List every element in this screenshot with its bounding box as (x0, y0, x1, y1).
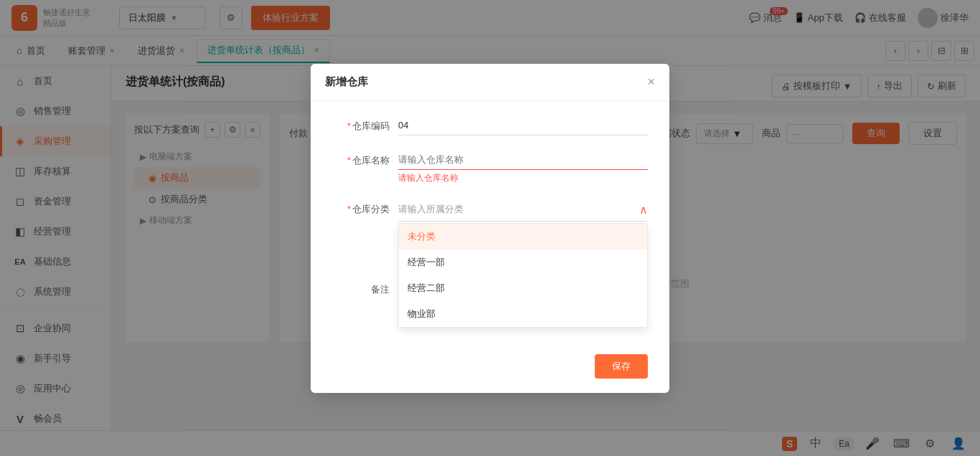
warehouse-name-input[interactable] (398, 150, 648, 170)
modal-footer: 保存 (311, 346, 669, 393)
warehouse-name-error: 请输入仓库名称 (398, 172, 648, 184)
modal-body: *仓库编码 *仓库名称 请输入仓库名称 *仓库分类 (311, 101, 669, 346)
category-option-dept2[interactable]: 经营二部 (399, 275, 647, 301)
category-option-dept3[interactable]: 物业部 (399, 301, 647, 327)
modal-overlay: 新增仓库 × *仓库编码 *仓库名称 请输入仓库名称 (0, 0, 980, 456)
modal-title: 新增仓库 (325, 75, 368, 89)
warehouse-name-label: *仓库名称 (332, 150, 390, 167)
warehouse-name-row: *仓库名称 请输入仓库名称 (332, 150, 648, 184)
warehouse-category-select[interactable]: 请输入所属分类 ∧ (398, 199, 648, 222)
category-chevron-icon: ∧ (639, 203, 648, 217)
modal-header: 新增仓库 × (311, 64, 669, 101)
warehouse-code-input[interactable] (398, 115, 648, 136)
category-dropdown: 未分类 经营一部 经营二部 物业部 (398, 223, 648, 328)
category-option-dept1[interactable]: 经营一部 (399, 250, 647, 275)
notes-label: 备注 (332, 279, 390, 296)
warehouse-code-label: *仓库编码 (332, 115, 390, 133)
save-button[interactable]: 保存 (595, 354, 648, 379)
warehouse-code-control (398, 115, 648, 136)
warehouse-category-row: *仓库分类 请输入所属分类 ∧ 未分类 经营一部 经营二部 物业部 (332, 199, 648, 222)
new-warehouse-modal: 新增仓库 × *仓库编码 *仓库名称 请输入仓库名称 (311, 64, 669, 393)
warehouse-category-label: *仓库分类 (332, 199, 390, 216)
modal-close-button[interactable]: × (647, 75, 655, 88)
warehouse-category-control: 请输入所属分类 ∧ 未分类 经营一部 经营二部 物业部 (398, 199, 648, 222)
warehouse-name-control: 请输入仓库名称 (398, 150, 648, 184)
warehouse-code-row: *仓库编码 (332, 115, 648, 136)
category-option-uncategorized[interactable]: 未分类 (399, 224, 647, 250)
